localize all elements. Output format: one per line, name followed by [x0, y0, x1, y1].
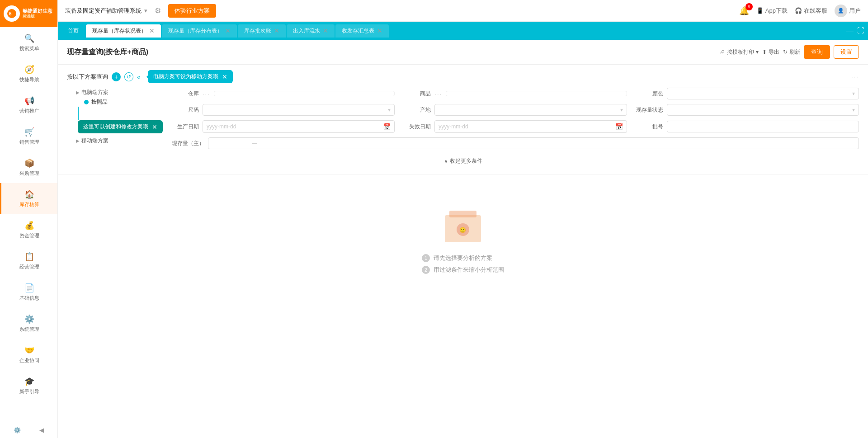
expire-date-calendar-icon[interactable]: 📅	[615, 123, 623, 130]
filter-header: 按以下方案查询 + ↺ « 电脑方案可设为移动方案哦 ✕ ···	[67, 70, 859, 83]
bell-icon[interactable]: 🔔 9	[739, 6, 749, 16]
sidebar-item-search[interactable]: 🔍 搜索菜单	[0, 27, 57, 58]
user-avatar-link[interactable]: 👤 用户	[835, 5, 861, 17]
sidebar-item-finance[interactable]: 💰 资金管理	[0, 214, 57, 245]
tab-expand-icon[interactable]: ⛶	[857, 27, 864, 35]
tab-close-in-out-flow[interactable]: ✕	[323, 27, 328, 34]
sidebar-item-inventory[interactable]: 🏠 库存核算	[0, 183, 57, 214]
goods-input-area[interactable]	[446, 91, 627, 96]
print-icon: 🖨	[720, 49, 725, 55]
mobile-scheme-group[interactable]: ▶ 移动端方案	[76, 136, 163, 146]
export-icon: ⬆	[762, 49, 767, 55]
sidebar-item-system[interactable]: ⚙️ 系统管理	[0, 308, 57, 339]
tab-in-out-flow[interactable]: 出入库流水 ✕	[287, 24, 335, 38]
svg-point-0	[7, 9, 16, 18]
warehouse-input-area[interactable]	[214, 91, 395, 96]
tab-recv-ship[interactable]: 收发存汇总表 ✕	[335, 24, 389, 38]
graduation-icon: 🎓	[24, 377, 34, 386]
size-select[interactable]: ▾	[203, 104, 395, 116]
step-num-2: 2	[422, 266, 430, 274]
desktop-scheme-group[interactable]: ▶ 电脑端方案	[76, 88, 163, 97]
expire-date-input[interactable]: yyyy-mm-dd 📅	[434, 120, 627, 133]
tab-inventory-status[interactable]: 现存量（库存状况表） ✕	[86, 24, 161, 38]
tab-batch-ledger[interactable]: 库存批次账 ✕	[238, 24, 286, 38]
sidebar-item-basic[interactable]: 📄 基础信息	[0, 277, 57, 308]
empty-steps: 1 请先选择要分析的方案 2 用过滤条件来缩小分析范围	[422, 254, 504, 274]
tab-inventory-dist[interactable]: 现存量（库存分布表） ✕	[162, 24, 237, 38]
filter-dots1[interactable]: ···	[851, 73, 859, 80]
expire-date-label: 失效日期	[404, 123, 431, 131]
tab-bar-right: — ⛶	[846, 27, 864, 35]
page-header: 现存量查询(按仓库+商品) 🖨 按模板打印 ▾ ⬆ 导出 ↻ 刷新	[58, 40, 868, 65]
color-select[interactable]: ▾	[667, 88, 859, 99]
produce-date-placeholder: yyyy-mm-dd	[207, 123, 236, 130]
sidebar-settings-icon[interactable]: ⚙️	[14, 427, 21, 433]
tab-close-recv-ship[interactable]: ✕	[377, 27, 382, 34]
filter-refresh-button[interactable]: ↺	[124, 72, 133, 81]
settings-button[interactable]: 设置	[834, 45, 859, 59]
sidebar-item-quicknav[interactable]: 🧭 快捷导航	[0, 58, 57, 89]
print-dropdown-icon: ▾	[756, 49, 759, 55]
range-dash: —	[252, 140, 257, 146]
sidebar-item-purchase[interactable]: 📦 采购管理	[0, 152, 57, 183]
megaphone-icon: 📢	[24, 96, 34, 106]
refresh-button[interactable]: ↻ 刷新	[783, 48, 800, 56]
origin-chevron-icon: ▾	[620, 107, 623, 113]
money-icon: 💰	[24, 221, 34, 231]
logo-icon: 6	[4, 5, 20, 22]
sidebar-item-sales[interactable]: 🛒 销售管理	[0, 121, 57, 152]
empty-step-1: 1 请先选择要分析的方案	[422, 254, 504, 262]
batch-no-label: 批号	[636, 123, 663, 131]
app-download-link[interactable]: 📱 App下载	[756, 7, 788, 15]
tooltip1-close[interactable]: ✕	[222, 73, 227, 80]
sidebar-bottom: ⚙️ ◀	[0, 422, 57, 438]
sidebar-item-guide[interactable]: 🎓 新手引导	[0, 370, 57, 401]
tab-close-batch-ledger[interactable]: ✕	[274, 27, 279, 34]
batch-no-input[interactable]	[667, 121, 859, 132]
sidebar-collapse-icon[interactable]: ◀	[39, 427, 44, 433]
sidebar-item-enterprise[interactable]: 🤝 企业协同	[0, 339, 57, 370]
tab-minimize-icon[interactable]: —	[846, 27, 854, 35]
filter-back-button[interactable]: «	[137, 73, 141, 80]
cart-icon: 🛒	[24, 127, 34, 137]
produce-date-calendar-icon[interactable]: 📅	[383, 123, 391, 130]
field-stock-status: 现存量状态 ▾	[636, 104, 859, 116]
produce-date-input[interactable]: yyyy-mm-dd 📅	[203, 120, 395, 133]
collapse-button[interactable]: ∧ 收起更多条件	[444, 157, 482, 165]
expand-arrow-mobile: ▶	[76, 138, 80, 143]
tooltip2-close[interactable]: ✕	[152, 123, 157, 131]
search-icon: 🔍	[24, 33, 34, 43]
headset-icon: 🎧	[795, 7, 802, 14]
template-print-button[interactable]: 🖨 按模板打印 ▾	[720, 48, 759, 56]
search-button[interactable]: 查询	[804, 45, 830, 59]
goods-dots[interactable]: ···	[434, 90, 442, 97]
export-button[interactable]: ⬆ 导出	[762, 48, 779, 56]
sidebar-item-operations[interactable]: 📋 经营管理	[0, 245, 57, 277]
bell-badge: 9	[745, 3, 753, 10]
sidebar-item-marketing[interactable]: 📢 营销推广	[0, 89, 57, 121]
tab-close-inventory-dist[interactable]: ✕	[225, 27, 231, 34]
scheme-name-label: 按照品	[91, 98, 108, 106]
field-produce-date: 生产日期 yyyy-mm-dd 📅	[172, 120, 395, 133]
origin-select[interactable]: ▾	[434, 104, 627, 116]
field-color: 颜色 ▾	[636, 88, 859, 99]
trial-industry-button[interactable]: 体验行业方案	[168, 4, 216, 18]
system-dropdown-icon[interactable]: ▾	[144, 7, 147, 14]
svg-text:6: 6	[9, 11, 12, 16]
settings-gear-btn[interactable]: ⚙	[155, 6, 161, 15]
color-chevron-icon: ▾	[852, 90, 855, 97]
tab-home[interactable]: 首页	[61, 24, 85, 38]
filter-add-button[interactable]: +	[112, 72, 121, 81]
tooltip-desktop-scheme: 电脑方案可设为移动方案哦 ✕	[148, 70, 233, 83]
compass-icon: 🧭	[24, 65, 34, 75]
logo-text: 畅捷通好生意 标准版	[23, 8, 52, 19]
stock-qty-from[interactable]	[212, 140, 248, 146]
origin-label: 产地	[404, 106, 431, 114]
stock-qty-to[interactable]	[261, 140, 297, 146]
stock-status-select[interactable]: ▾	[667, 104, 859, 116]
online-support-link[interactable]: 🎧 在线客服	[795, 7, 827, 15]
collapse-row: ∧ 收起更多条件	[67, 154, 859, 169]
tab-close-inventory-status[interactable]: ✕	[149, 27, 155, 34]
warehouse-dots[interactable]: ···	[203, 90, 210, 97]
phone-icon: 📱	[756, 7, 764, 14]
